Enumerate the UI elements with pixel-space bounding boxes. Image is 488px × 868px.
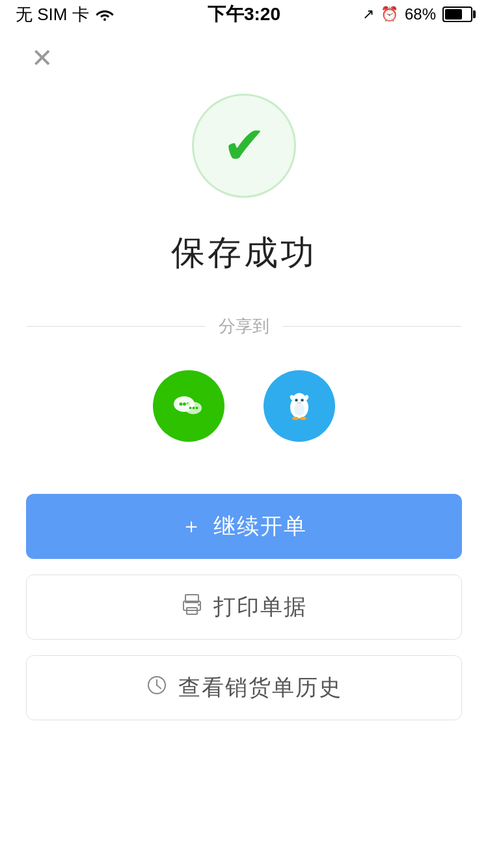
print-label: 打印单据 xyxy=(213,592,307,622)
main-content: ✕ ✔ 保存成功 分享到 xyxy=(0,29,488,868)
close-button[interactable]: ✕ xyxy=(26,42,59,74)
success-title: 保存成功 xyxy=(171,230,317,276)
battery-percent: 68% xyxy=(405,5,436,23)
share-label: 分享到 xyxy=(219,315,269,338)
svg-point-5 xyxy=(189,407,192,409)
printer-icon xyxy=(181,593,203,621)
divider-line-left xyxy=(26,326,206,327)
status-bar: 无 SIM 卡 下午3:20 ↗ ⏰ 68% xyxy=(0,0,488,29)
divider-line-right xyxy=(282,326,462,327)
qq-share-button[interactable] xyxy=(264,370,335,442)
status-time: 下午3:20 xyxy=(208,2,280,27)
qq-icon xyxy=(280,387,319,426)
svg-point-13 xyxy=(301,400,303,401)
wechat-share-button[interactable] xyxy=(153,370,224,442)
svg-point-2 xyxy=(183,403,186,406)
wifi-icon xyxy=(96,8,114,21)
svg-point-6 xyxy=(193,407,195,409)
history-button[interactable]: 查看销货单历史 xyxy=(26,655,462,720)
svg-point-16 xyxy=(300,417,306,420)
svg-point-1 xyxy=(180,403,183,406)
status-left: 无 SIM 卡 xyxy=(16,3,114,26)
history-label: 查看销货单历史 xyxy=(178,673,342,703)
svg-point-12 xyxy=(295,400,297,401)
carrier-text: 无 SIM 卡 xyxy=(16,3,89,26)
success-icon-circle: ✔ xyxy=(192,94,296,198)
share-buttons-row xyxy=(153,370,335,442)
share-divider: 分享到 xyxy=(26,315,462,338)
svg-point-7 xyxy=(196,407,198,409)
status-right: ↗ ⏰ 68% xyxy=(362,5,472,23)
svg-rect-23 xyxy=(198,604,200,606)
continue-label: 继续开单 xyxy=(213,511,307,541)
svg-point-15 xyxy=(292,417,299,420)
checkmark-icon: ✔ xyxy=(223,120,266,172)
clock-icon xyxy=(146,674,168,701)
battery-bar xyxy=(442,7,472,22)
location-icon: ↗ xyxy=(362,6,374,23)
continue-button[interactable]: ＋ 继续开单 xyxy=(26,494,462,559)
battery-fill xyxy=(445,9,462,20)
svg-point-17 xyxy=(294,403,305,416)
print-button[interactable]: 打印单据 xyxy=(26,575,462,640)
alarm-icon: ⏰ xyxy=(381,6,398,23)
close-icon: ✕ xyxy=(31,45,53,71)
wechat-icon xyxy=(169,386,209,426)
svg-line-26 xyxy=(157,685,161,688)
action-buttons: ＋ 继续开单 打印单据 xyxy=(26,494,462,720)
plus-icon: ＋ xyxy=(181,512,203,541)
